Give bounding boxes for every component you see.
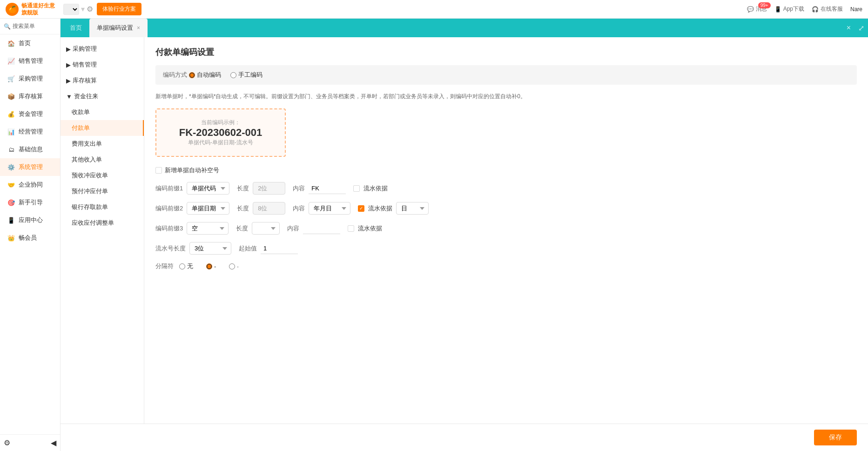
save-button[interactable]: 保存 (814, 430, 857, 445)
sub-sidebar-bank-deposit[interactable]: 银行存取款单 (61, 199, 144, 215)
separator-dot-radio[interactable] (229, 263, 235, 269)
sub-sidebar-payment[interactable]: 付款单 (61, 120, 144, 136)
serial-length-select[interactable]: 3位 (189, 242, 231, 255)
sub-sidebar-prepay-receivable[interactable]: 预收冲应收单 (61, 168, 144, 183)
form-content: 付款单编码设置 编码方式 自动编码 手工编码 新增单据时，*单据编码*自动生成 (144, 37, 868, 424)
home-icon: 🏠 (7, 40, 15, 47)
sidebar-item-sales[interactable]: 📈 销售管理 (0, 52, 60, 70)
preview-code: FK-20230602-001 (170, 127, 271, 139)
prefix2-length-label: 长度 (237, 204, 249, 213)
prefix3-content-input[interactable] (303, 223, 340, 234)
serial-length-item: 流水号长度 3位 (155, 242, 231, 255)
tab-encoding[interactable]: 单据编码设置 × (89, 19, 148, 37)
preview-label: 当前编码示例： (170, 119, 271, 127)
sub-sidebar-inventory[interactable]: ▶ 库存核算 (61, 73, 144, 88)
separator-dash-label[interactable]: - (206, 263, 216, 270)
sub-sidebar-receipt[interactable]: 收款单 (61, 104, 144, 120)
sidebar-item-finance[interactable]: 💰 资金管理 (0, 105, 60, 123)
message-button[interactable]: 💬 消息 99+ (747, 5, 767, 13)
prefix2-row: 编码前缀2 单据日期 长度 内容 年月日 (155, 202, 857, 215)
user-name[interactable]: Nare (850, 6, 862, 13)
separator-dash-radio[interactable] (206, 263, 212, 269)
sub-sidebar-capital[interactable]: ▼ 资金往来 (61, 88, 144, 104)
auto-radio-label[interactable]: 自动编码 (189, 71, 221, 79)
sidebar-item-cooperation[interactable]: 🤝 企业协同 (0, 176, 60, 194)
sub-sidebar-sales[interactable]: ▶ 销售管理 (61, 57, 144, 73)
serial-row: 流水号长度 3位 起始值 (155, 242, 857, 255)
sidebar-item-home[interactable]: 🏠 首页 (0, 34, 60, 52)
guide-icon: 🎯 (7, 199, 15, 206)
prefix3-select[interactable]: 空 (187, 222, 229, 235)
start-value-input[interactable] (261, 243, 298, 254)
prefix1-content-input[interactable] (309, 183, 346, 194)
prefix3-content-label: 内容 (287, 224, 299, 233)
serial-length-label: 流水号长度 (155, 244, 186, 253)
manual-radio-label[interactable]: 手工编码 (230, 71, 262, 79)
sidebar-item-guide[interactable]: 🎯 新手引导 (0, 194, 60, 211)
finance-icon: 💰 (7, 110, 15, 118)
prefix2-content-label: 内容 (293, 204, 305, 213)
app-download-button[interactable]: 📱 App下载 (774, 5, 804, 13)
prefix2-select[interactable]: 单据日期 (187, 202, 229, 215)
prefix1-select[interactable]: 单据代码 (187, 182, 229, 195)
inventory-icon: 📦 (7, 93, 15, 100)
prefix3-serial-item: 流水依据 (348, 224, 382, 233)
sub-sidebar-purchase[interactable]: ▶ 采购管理 (61, 41, 144, 57)
settings-icon[interactable]: ⚙ (87, 5, 93, 13)
search-menu[interactable]: 🔍 搜索菜单 (0, 19, 60, 34)
start-value-label: 起始值 (239, 244, 257, 253)
sidebar-item-inventory[interactable]: 📦 库存核算 (0, 88, 60, 105)
collapse-icon[interactable]: ◀ (51, 438, 56, 447)
cooperation-icon: 🤝 (7, 181, 15, 188)
prefix2-serial-checkbox[interactable]: ✓ (358, 205, 364, 212)
close-window-icon[interactable]: × (845, 24, 853, 32)
maximize-icon[interactable]: ⤢ (856, 24, 866, 33)
tab-home[interactable]: 首页 (62, 19, 89, 37)
auto-fill-row: 新增单据自动补空号 (155, 166, 857, 175)
sidebar-item-member[interactable]: 👑 畅会员 (0, 229, 60, 247)
start-value-item: 起始值 (239, 243, 298, 254)
basic-icon: 🗂 (7, 146, 15, 153)
auto-fill-checkbox[interactable] (155, 167, 162, 174)
auto-radio-input[interactable] (189, 72, 195, 78)
app-logo: 🍊 畅通道好生意 旗舰版 (6, 2, 55, 16)
top-bar-right: 💬 消息 99+ 📱 App下载 🎧 在线客服 Nare (747, 5, 862, 13)
prefix2-serial-unit-select[interactable]: 日 (396, 202, 429, 215)
separator-dot-label[interactable]: · (229, 263, 239, 270)
tab-close-icon[interactable]: × (137, 25, 140, 31)
top-bar-left: 🍊 畅通道好生意 旗舰版 ▾ ⚙ 体验行业方案 (6, 2, 141, 16)
online-service-button[interactable]: 🎧 在线客服 (812, 5, 843, 13)
main-layout: 🔍 搜索菜单 🏠 首页 📈 销售管理 🛒 采购管理 📦 库存核算 💰 资金管理 … (0, 19, 868, 451)
separator-none-radio[interactable] (179, 263, 185, 269)
content-area: 首页 单据编码设置 × × ⤢ ▶ 采购管理 ▶ 销售管理 (61, 19, 868, 451)
sub-sidebar-adjust[interactable]: 应收应付调整单 (61, 215, 144, 231)
prefix3-label: 编码前缀3 (155, 224, 183, 233)
sidebar-item-basic[interactable]: 🗂 基础信息 (0, 141, 60, 158)
prefix2-content-select[interactable]: 年月日 (309, 202, 350, 215)
sidebar-item-operations[interactable]: 📊 经营管理 (0, 123, 60, 141)
nav-dropdown[interactable] (63, 4, 79, 15)
prefix2-serial-item: ✓ 流水依据 日 (358, 202, 429, 215)
prefix2-content-item: 内容 年月日 (293, 202, 350, 215)
industry-solution-button[interactable]: 体验行业方案 (97, 3, 141, 15)
prefix1-item: 编码前缀1 单据代码 (155, 182, 229, 195)
prefix2-length-input (253, 202, 285, 215)
prefix1-row: 编码前缀1 单据代码 长度 内容 流水 (155, 182, 857, 195)
sub-sidebar-prepay-payable[interactable]: 预付冲应付单 (61, 183, 144, 199)
prefix3-length-select[interactable] (252, 222, 280, 235)
manual-radio-input[interactable] (230, 72, 236, 78)
sidebar-item-apps[interactable]: 📱 应用中心 (0, 211, 60, 229)
expand-icon[interactable]: ▾ (81, 5, 85, 13)
bottom-bar: 保存 (61, 424, 868, 451)
separator-none-label[interactable]: 无 (179, 262, 193, 270)
settings-bottom-icon[interactable]: ⚙ (4, 438, 10, 447)
prefix1-serial-checkbox[interactable] (353, 185, 360, 192)
sidebar-item-purchase[interactable]: 🛒 采购管理 (0, 70, 60, 88)
preview-sub: 单据代码-单据日期-流水号 (170, 139, 271, 147)
prefix3-serial-checkbox[interactable] (348, 225, 354, 232)
prefix1-content-label: 内容 (293, 184, 305, 193)
sidebar-item-system[interactable]: ⚙️ 系统管理 (0, 158, 60, 176)
sub-sidebar-expense[interactable]: 费用支出单 (61, 136, 144, 152)
sub-sidebar-other-income[interactable]: 其他收入单 (61, 152, 144, 168)
encoding-label: 编码方式 (163, 71, 187, 79)
